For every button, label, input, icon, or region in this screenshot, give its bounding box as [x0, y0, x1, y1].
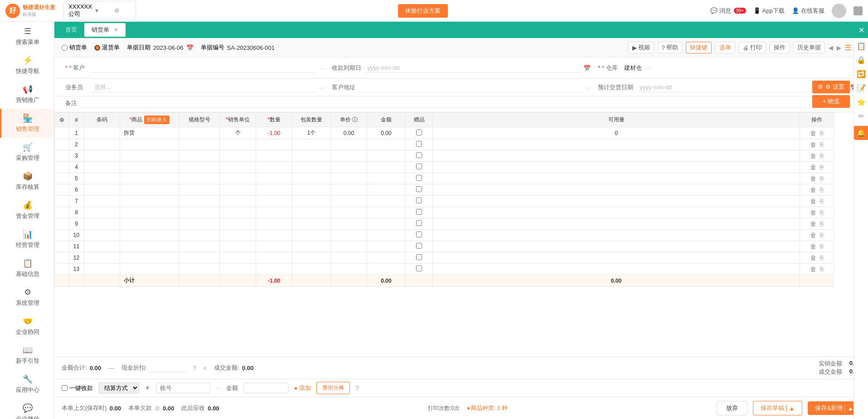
view-list-icon[interactable]: ☰ — [845, 43, 851, 52]
right-panel-icon-2[interactable]: 🔒 — [857, 56, 866, 64]
row-copy-icon-0[interactable]: ⎘ — [820, 130, 824, 137]
payment-help-icon[interactable]: ? — [355, 385, 359, 391]
row-barcode-5[interactable] — [84, 184, 120, 196]
right-panel-icon-1[interactable]: 📋 — [857, 42, 866, 50]
online-service-item[interactable]: 👤 在线客服 — [792, 7, 824, 15]
row-copy-icon-2[interactable]: ⎘ — [820, 152, 824, 159]
row-barcode-7[interactable] — [84, 207, 120, 218]
row-barcode-4[interactable] — [84, 173, 120, 184]
row-gift-2[interactable] — [406, 150, 433, 162]
tab-bar-close-icon[interactable]: ✕ — [858, 26, 864, 34]
row-gift-7[interactable] — [406, 207, 433, 218]
trial-button[interactable]: 体验行业方案 — [398, 4, 448, 18]
row-barcode-1[interactable] — [84, 139, 120, 150]
help-btn[interactable]: ? 帮助 — [658, 42, 682, 53]
company-selector[interactable]: XXXXXX公司 ▼ ⚙ — [63, 1, 136, 20]
payment-amount-input[interactable] — [243, 383, 289, 393]
calc-method-dropdown-icon[interactable]: ▼ — [145, 385, 150, 391]
row-barcode-11[interactable] — [84, 252, 120, 264]
shortcut-btn[interactable]: 快捷键 — [686, 42, 712, 53]
sidebar-item-guide[interactable]: 📖 新手引导 — [0, 341, 54, 370]
select-btn[interactable]: 选单 — [715, 42, 735, 53]
discard-button[interactable]: 放弃 — [717, 401, 747, 415]
message-item[interactable]: 💬 消息 99+ — [710, 7, 746, 15]
save-draft-button[interactable]: 保存草稿 ▲ — [753, 401, 803, 415]
customer-input[interactable] — [92, 63, 316, 73]
print-btn[interactable]: 🖨 打印 — [739, 42, 766, 53]
row-copy-icon-3[interactable]: ⎘ — [820, 164, 824, 171]
row-gift-6[interactable] — [406, 196, 433, 207]
avatar2[interactable] — [853, 6, 863, 15]
right-panel-icon-7[interactable]: 🔔 — [854, 126, 868, 140]
row-copy-icon-1[interactable]: ⎘ — [820, 141, 824, 148]
payment-due-input[interactable] — [365, 63, 580, 73]
row-gift-12[interactable] — [406, 264, 433, 275]
row-gift-5[interactable] — [406, 184, 433, 196]
owe2-help-icon[interactable]: ② — [155, 405, 160, 412]
operate-btn[interactable]: 操作 — [770, 42, 790, 53]
nav-prev-icon[interactable]: ◀ — [829, 44, 833, 51]
row-barcode-2[interactable] — [84, 150, 120, 162]
row-barcode-6[interactable] — [84, 196, 120, 207]
cash-discount-input[interactable] — [150, 363, 186, 372]
right-panel-icon-3[interactable]: 🔁 — [857, 70, 866, 78]
gear-icon[interactable]: ⚙ — [114, 7, 131, 14]
sidebar-item-basic[interactable]: 📋 基础信息 — [0, 254, 54, 283]
row-delete-icon-4[interactable]: 🗑 — [810, 175, 816, 182]
row-copy-icon-5[interactable]: ⎘ — [820, 186, 824, 193]
sidebar-item-search[interactable]: ☰ 搜索菜单 — [0, 22, 54, 51]
row-delete-icon-1[interactable]: 🗑 — [810, 141, 816, 148]
row-barcode-9[interactable] — [84, 230, 120, 241]
row-delete-icon-6[interactable]: 🗑 — [810, 197, 816, 205]
scan-button[interactable]: 扫码录入 — [144, 116, 170, 124]
row-barcode-3[interactable] — [84, 162, 120, 173]
settings-button[interactable]: ⚙ ⚙ 设置 — [812, 81, 850, 93]
row-delete-icon-9[interactable]: 🗑 — [810, 231, 816, 239]
row-gift-9[interactable] — [406, 230, 433, 241]
sidebar-item-finance[interactable]: 💰 资金管理 — [0, 196, 54, 225]
row-copy-icon-7[interactable]: ⎘ — [820, 209, 824, 216]
sidebar-item-wechat[interactable]: 💬 企业微信 — [0, 399, 54, 419]
row-delete-icon-12[interactable]: 🗑 — [810, 265, 816, 273]
sidebar-item-system[interactable]: ⚙ 系统管理 — [0, 283, 54, 312]
row-barcode-10[interactable] — [84, 241, 120, 252]
sidebar-item-sales[interactable]: 🏪 销售管理 — [0, 109, 54, 138]
right-panel-icon-4[interactable]: 📝 — [857, 84, 866, 92]
one-click-checkbox[interactable] — [62, 385, 68, 391]
row-gift-1[interactable] — [406, 139, 433, 150]
calendar-icon[interactable]: 📅 — [186, 44, 194, 51]
row-copy-icon-10[interactable]: ⎘ — [820, 243, 824, 250]
help-circle-icon[interactable]: ? — [193, 365, 196, 371]
row-gift-4[interactable] — [406, 173, 433, 184]
row-copy-icon-4[interactable]: ⎘ — [820, 175, 824, 182]
video-btn[interactable]: ▶ 视频 — [628, 42, 654, 53]
addr-more-icon[interactable]: ··· — [586, 84, 591, 91]
row-delete-icon-0[interactable]: 🗑 — [810, 130, 816, 137]
tab-home[interactable]: 首页 — [58, 23, 84, 37]
row-barcode-0[interactable] — [84, 127, 120, 139]
radio-sales[interactable]: 销货单 — [62, 43, 87, 52]
expense-split-btn[interactable]: 费用分摊 — [316, 382, 350, 394]
row-gift-11[interactable] — [406, 252, 433, 264]
salesperson-input[interactable] — [92, 82, 316, 92]
row-barcode-8[interactable] — [84, 218, 120, 230]
sidebar-item-quicknav[interactable]: ⚡ 快捷导航 — [0, 51, 54, 80]
sidebar-item-inventory[interactable]: 📦 库存核算 — [0, 167, 54, 196]
col-settings-header[interactable]: ⚙ — [55, 113, 69, 127]
logistics-button[interactable]: + 物流 — [812, 95, 850, 108]
sidebar-item-purchase[interactable]: 🛒 采购管理 — [0, 138, 54, 167]
account-more-icon[interactable]: ··· — [216, 385, 221, 391]
salesperson-more-icon[interactable]: ··· — [320, 84, 325, 91]
add-payment-btn[interactable]: ● 添加 — [294, 384, 311, 392]
sidebar-item-operations[interactable]: 📊 经营管理 — [0, 225, 54, 254]
row-gift-3[interactable] — [406, 162, 433, 173]
row-barcode-12[interactable] — [84, 264, 120, 275]
row-gift-0[interactable] — [406, 127, 433, 139]
sidebar-item-apps[interactable]: 🔧 应用中心 — [0, 370, 54, 399]
row-copy-icon-6[interactable]: ⎘ — [820, 197, 824, 205]
row-delete-icon-10[interactable]: 🗑 — [810, 243, 816, 250]
row-copy-icon-9[interactable]: ⎘ — [820, 231, 824, 239]
note-input[interactable] — [81, 98, 857, 108]
calc-method-select[interactable]: 结算方式 — [98, 382, 139, 394]
account-input[interactable] — [156, 383, 210, 393]
